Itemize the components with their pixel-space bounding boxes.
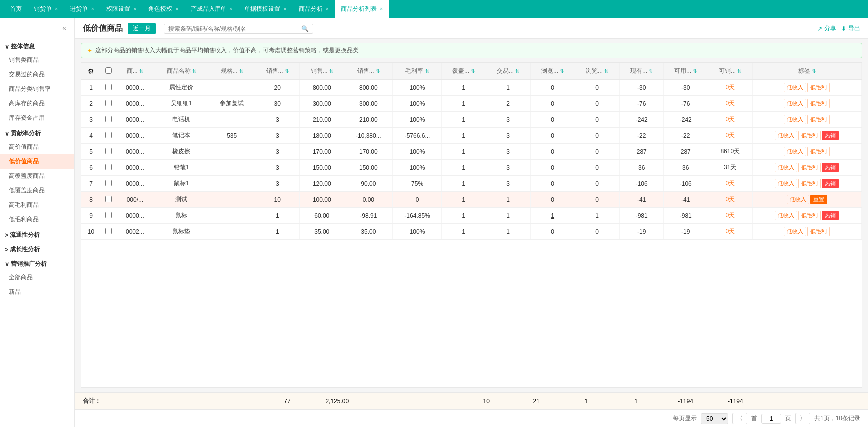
browse-count2: 0	[575, 144, 619, 160]
col-trade[interactable]: 交易... ⇅	[486, 63, 530, 80]
page-size-select[interactable]: 50 100 200	[701, 413, 728, 424]
sidebar-item-stock-capital[interactable]: 库存资金占用	[0, 111, 74, 125]
browse-count1[interactable]: 0	[530, 112, 575, 128]
row-checkbox-cell[interactable]	[101, 208, 116, 224]
close-icon[interactable]: ×	[175, 6, 178, 12]
row-checkbox[interactable]	[105, 116, 112, 122]
row-checkbox-cell[interactable]	[101, 80, 116, 96]
sidebar-item-high-value[interactable]: 高价值商品	[0, 140, 74, 154]
first-page-button[interactable]: 〈	[732, 413, 747, 424]
browse-count1[interactable]: 0	[530, 80, 575, 96]
col-coverage[interactable]: 覆盖... ⇅	[441, 63, 486, 80]
nav-product-analysis[interactable]: 商品分析 ×	[293, 0, 335, 18]
close-icon[interactable]: ×	[91, 6, 94, 12]
nav-template[interactable]: 单据模板设置 ×	[238, 0, 292, 18]
browse-count1[interactable]: 0	[530, 128, 575, 144]
row-checkbox-cell[interactable]	[101, 160, 116, 176]
col-checkbox[interactable]	[101, 63, 116, 80]
nav-home[interactable]: 首页	[4, 0, 28, 18]
row-checkbox[interactable]	[105, 100, 112, 106]
row-checkbox[interactable]	[105, 196, 112, 202]
sidebar-group-growth[interactable]: > 成长性分析	[0, 241, 74, 256]
close-icon[interactable]: ×	[283, 6, 286, 12]
sidebar-group-marketing[interactable]: ∨ 营销推广分析	[0, 256, 74, 270]
browse-count1[interactable]: 0	[530, 176, 575, 192]
row-checkbox-cell[interactable]	[101, 96, 116, 112]
sidebar-item-high-stock[interactable]: 高库存的商品	[0, 96, 74, 111]
sidebar-item-high-coverage[interactable]: 高覆盖度商品	[0, 169, 74, 183]
browse-count1[interactable]: 1	[530, 208, 575, 224]
stock-sellable: 0天	[708, 112, 752, 128]
nav-product-stock[interactable]: 产成品入库单 ×	[185, 0, 238, 18]
col-browse2[interactable]: 浏览... ⇅	[575, 63, 619, 80]
sidebar-item-traded-goods[interactable]: 交易过的商品	[0, 67, 74, 82]
close-icon[interactable]: ×	[229, 6, 232, 12]
row-checkbox-cell[interactable]	[101, 224, 116, 240]
col-name[interactable]: 商品名称 ⇅	[154, 63, 209, 80]
nav-purchase-order[interactable]: 进货单 ×	[64, 0, 100, 18]
sidebar-item-sales-goods[interactable]: 销售类商品	[0, 53, 74, 67]
row-checkbox[interactable]	[105, 164, 112, 170]
gear-button[interactable]: ⚙	[88, 67, 94, 75]
row-checkbox[interactable]	[105, 180, 112, 186]
nav-product-analysis-list[interactable]: 商品分析列表 ×	[335, 0, 389, 18]
sidebar-group-contribution[interactable]: ∨ 贡献率分析	[0, 125, 74, 140]
search-icon[interactable]: 🔍	[301, 25, 309, 32]
coverage: 1	[441, 128, 486, 144]
search-input[interactable]	[168, 25, 299, 32]
close-icon[interactable]: ×	[133, 6, 136, 12]
col-browse1[interactable]: 浏览... ⇅	[530, 63, 575, 80]
col-tags[interactable]: 标签 ⇅	[752, 63, 861, 80]
close-icon[interactable]: ×	[55, 6, 58, 12]
sidebar-collapse-btn[interactable]: «	[58, 20, 70, 36]
current-page-input[interactable]	[761, 414, 781, 424]
sidebar-item-low-gross[interactable]: 低毛利商品	[0, 212, 74, 227]
col-settings[interactable]: ⚙	[81, 63, 101, 80]
row-checkbox[interactable]	[105, 212, 112, 218]
next-page-button[interactable]: 〉	[795, 413, 810, 424]
sidebar-group-overview[interactable]: ∨ 整体信息	[0, 38, 74, 53]
row-checkbox[interactable]	[105, 228, 112, 234]
select-all-checkbox[interactable]	[105, 67, 112, 74]
nav-sales-order[interactable]: 销货单 ×	[28, 0, 64, 18]
browse-count1[interactable]: 0	[530, 144, 575, 160]
col-stock1[interactable]: 现有... ⇅	[619, 63, 663, 80]
row-checkbox-cell[interactable]	[101, 144, 116, 160]
col-spec[interactable]: 规格... ⇅	[209, 63, 255, 80]
sidebar-item-all-goods[interactable]: 全部商品	[0, 270, 74, 285]
col-sellable[interactable]: 可销... ⇅	[708, 63, 752, 80]
col-sales2[interactable]: 销售... ⇅	[300, 63, 344, 80]
nav-role-auth[interactable]: 角色授权 ×	[142, 0, 184, 18]
row-checkbox[interactable]	[105, 84, 112, 90]
sales-profit: 0.00	[344, 192, 393, 208]
browse-link[interactable]: 1	[551, 212, 554, 219]
col-sales1[interactable]: 销售... ⇅	[255, 63, 300, 80]
row-checkbox-cell[interactable]	[101, 112, 116, 128]
col-gross[interactable]: 毛利率 ⇅	[393, 63, 441, 80]
row-checkbox-cell[interactable]	[101, 176, 116, 192]
sidebar-item-low-value[interactable]: 低价值商品	[0, 154, 74, 169]
close-icon[interactable]: ×	[326, 6, 329, 12]
col-stock2[interactable]: 可用... ⇅	[663, 63, 708, 80]
sidebar-item-high-gross[interactable]: 高毛利商品	[0, 198, 74, 212]
browse-count1[interactable]: 0	[530, 224, 575, 240]
browse-count1[interactable]: 0	[530, 160, 575, 176]
nav-permission[interactable]: 权限设置 ×	[100, 0, 142, 18]
date-filter-button[interactable]: 近一月	[128, 23, 156, 34]
row-checkbox-cell[interactable]	[101, 192, 116, 208]
row-checkbox[interactable]	[105, 148, 112, 154]
sidebar-item-category-sales[interactable]: 商品分类销售率	[0, 82, 74, 96]
export-button[interactable]: ⬇ 导出	[841, 24, 860, 33]
browse-count1[interactable]: 0	[530, 96, 575, 112]
sidebar-item-new-goods[interactable]: 新品	[0, 285, 74, 299]
row-checkbox[interactable]	[105, 132, 112, 138]
product-tag: 低毛利	[807, 83, 830, 92]
sidebar-group-circulation[interactable]: > 流通性分析	[0, 227, 74, 241]
row-checkbox-cell[interactable]	[101, 128, 116, 144]
share-button[interactable]: ↗ 分享	[817, 24, 836, 33]
col-code[interactable]: 商... ⇅	[116, 63, 154, 80]
col-sales3[interactable]: 销售... ⇅	[344, 63, 393, 80]
sidebar-item-low-coverage[interactable]: 低覆盖度商品	[0, 183, 74, 198]
browse-count1[interactable]: 0	[530, 192, 575, 208]
close-icon[interactable]: ×	[380, 6, 383, 12]
